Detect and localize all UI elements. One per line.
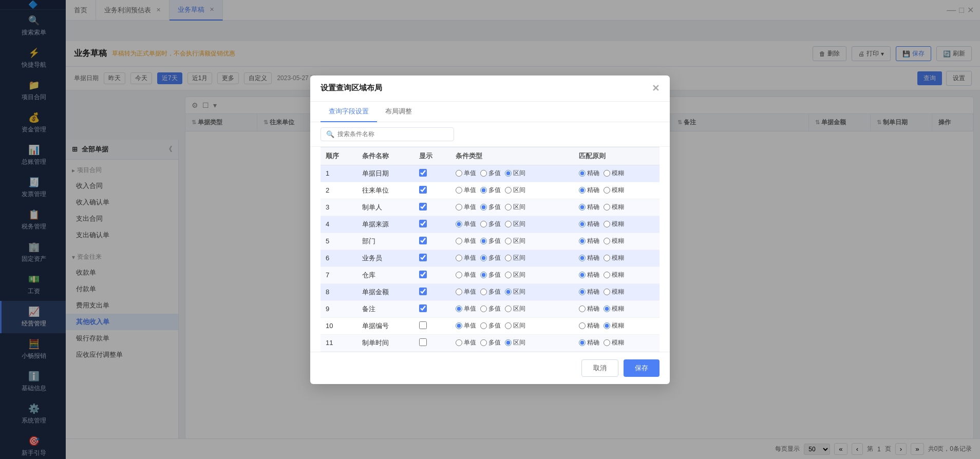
match-radio-option[interactable]: 精确 [579, 220, 599, 228]
match-radio-input[interactable] [579, 339, 586, 346]
match-radio-option[interactable]: 模糊 [604, 203, 624, 212]
match-radio-option[interactable]: 模糊 [604, 186, 624, 195]
match-radio-option[interactable]: 精确 [579, 237, 599, 245]
radio-input[interactable] [505, 187, 512, 194]
radio-option[interactable]: 区间 [505, 321, 525, 330]
match-radio-input[interactable] [579, 272, 586, 278]
radio-input[interactable] [456, 187, 462, 194]
match-radio-option[interactable]: 精确 [579, 304, 599, 313]
radio-input[interactable] [456, 305, 462, 312]
row-show-checkbox[interactable] [419, 338, 427, 346]
row-show-checkbox[interactable] [419, 237, 427, 244]
match-radio-input[interactable] [579, 322, 586, 329]
row-show-checkbox[interactable] [419, 203, 427, 211]
match-radio-input[interactable] [604, 238, 610, 244]
radio-option[interactable]: 多值 [480, 321, 501, 330]
dialog-tab-layout[interactable]: 布局调整 [377, 102, 420, 122]
match-radio-option[interactable]: 模糊 [604, 169, 624, 178]
radio-option[interactable]: 区间 [505, 186, 525, 195]
match-radio-input[interactable] [604, 289, 610, 295]
match-radio-input[interactable] [579, 289, 586, 295]
match-radio-input[interactable] [579, 255, 586, 261]
match-radio-input[interactable] [604, 255, 610, 261]
radio-input[interactable] [480, 187, 487, 194]
radio-input[interactable] [456, 255, 462, 261]
radio-input[interactable] [505, 238, 512, 244]
match-radio-option[interactable]: 模糊 [604, 220, 624, 228]
radio-option[interactable]: 单值 [456, 169, 476, 178]
match-radio-option[interactable]: 模糊 [604, 338, 624, 347]
radio-option[interactable]: 多值 [480, 288, 501, 296]
radio-input[interactable] [505, 322, 512, 329]
radio-input[interactable] [505, 170, 512, 177]
radio-option[interactable]: 区间 [505, 203, 525, 212]
radio-input[interactable] [505, 339, 512, 346]
match-radio-input[interactable] [604, 339, 610, 346]
radio-input[interactable] [480, 221, 487, 227]
radio-input[interactable] [505, 272, 512, 278]
radio-option[interactable]: 区间 [505, 237, 525, 245]
radio-input[interactable] [480, 272, 487, 278]
radio-input[interactable] [456, 339, 462, 346]
radio-option[interactable]: 单值 [456, 288, 476, 296]
row-show-checkbox[interactable] [419, 220, 427, 227]
radio-option[interactable]: 单值 [456, 220, 476, 228]
radio-option[interactable]: 多值 [480, 237, 501, 245]
row-show-checkbox[interactable] [419, 254, 427, 261]
radio-option[interactable]: 多值 [480, 271, 501, 279]
radio-option[interactable]: 单值 [456, 338, 476, 347]
radio-option[interactable]: 多值 [480, 169, 501, 178]
match-radio-option[interactable]: 精确 [579, 288, 599, 296]
radio-input[interactable] [480, 305, 487, 312]
match-radio-input[interactable] [579, 305, 586, 312]
dialog-search-input[interactable] [337, 130, 440, 138]
row-show-checkbox[interactable] [419, 169, 427, 177]
radio-input[interactable] [456, 170, 462, 177]
match-radio-input[interactable] [604, 272, 610, 278]
radio-input[interactable] [505, 305, 512, 312]
row-show-checkbox[interactable] [419, 321, 427, 329]
radio-input[interactable] [505, 221, 512, 227]
radio-option[interactable]: 单值 [456, 321, 476, 330]
match-radio-input[interactable] [604, 221, 610, 227]
radio-option[interactable]: 区间 [505, 169, 525, 178]
radio-option[interactable]: 区间 [505, 220, 525, 228]
radio-option[interactable]: 区间 [505, 338, 525, 347]
match-radio-option[interactable]: 精确 [579, 321, 599, 330]
match-radio-option[interactable]: 精确 [579, 271, 599, 279]
row-show-checkbox[interactable] [419, 186, 427, 194]
match-radio-input[interactable] [579, 204, 586, 211]
radio-input[interactable] [480, 322, 487, 329]
dialog-save-button[interactable]: 保存 [624, 359, 659, 377]
radio-input[interactable] [480, 255, 487, 261]
match-radio-input[interactable] [579, 170, 586, 177]
radio-input[interactable] [456, 322, 462, 329]
radio-input[interactable] [480, 170, 487, 177]
radio-input[interactable] [480, 339, 487, 346]
match-radio-option[interactable]: 模糊 [604, 254, 624, 262]
match-radio-input[interactable] [604, 305, 610, 312]
radio-option[interactable]: 多值 [480, 186, 501, 195]
radio-option[interactable]: 区间 [505, 254, 525, 262]
row-show-checkbox[interactable] [419, 271, 427, 278]
row-show-checkbox[interactable] [419, 288, 427, 295]
match-radio-option[interactable]: 模糊 [604, 321, 624, 330]
radio-input[interactable] [456, 289, 462, 295]
radio-option[interactable]: 单值 [456, 186, 476, 195]
radio-option[interactable]: 多值 [480, 203, 501, 212]
match-radio-input[interactable] [579, 221, 586, 227]
match-radio-option[interactable]: 精确 [579, 203, 599, 212]
match-radio-input[interactable] [604, 204, 610, 211]
row-show-checkbox[interactable] [419, 304, 427, 312]
match-radio-option[interactable]: 模糊 [604, 271, 624, 279]
match-radio-option[interactable]: 模糊 [604, 288, 624, 296]
radio-input[interactable] [456, 272, 462, 278]
radio-input[interactable] [456, 238, 462, 244]
radio-option[interactable]: 单值 [456, 203, 476, 212]
radio-option[interactable]: 多值 [480, 220, 501, 228]
dialog-close-button[interactable]: ✕ [652, 83, 659, 94]
radio-input[interactable] [456, 204, 462, 211]
radio-option[interactable]: 单值 [456, 254, 476, 262]
dialog-cancel-button[interactable]: 取消 [581, 359, 618, 377]
radio-option[interactable]: 单值 [456, 304, 476, 313]
